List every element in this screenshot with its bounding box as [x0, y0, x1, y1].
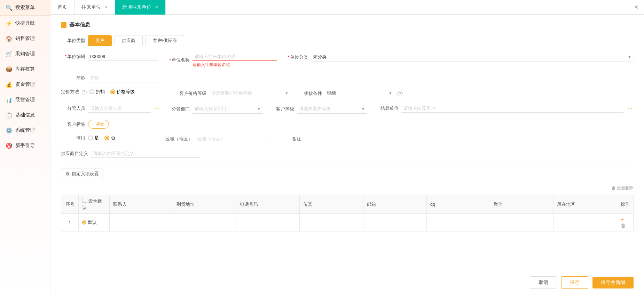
pricing-radio-group: 折扣 价格等级	[89, 89, 135, 95]
settlement-unit-input[interactable]	[401, 104, 623, 113]
sidebar-item-inventory[interactable]: 📦 库存核算	[0, 62, 50, 77]
custom-settings-button[interactable]: ⚙ 自定义项设置	[61, 169, 103, 179]
unit-code-label: *单位编码	[61, 54, 85, 60]
sidebar-item-operations[interactable]: 📊 经营管理	[0, 92, 50, 107]
row-email[interactable]	[363, 214, 426, 231]
required-star-cat: *	[288, 55, 289, 60]
supplier-custom-row: 供应商自定义	[61, 149, 634, 158]
unit-code-input[interactable]	[88, 52, 158, 61]
tab-new-trading-unit-close[interactable]: ✕	[155, 5, 158, 10]
cancel-button[interactable]: 取消	[530, 276, 557, 289]
box-icon: 📦	[6, 66, 13, 73]
payment-help-icon[interactable]: ?	[397, 91, 403, 96]
price-level-radio-dot	[111, 91, 114, 93]
region-input[interactable]	[195, 135, 260, 143]
unit-name-input[interactable]	[193, 52, 277, 61]
customer-price-arrow: ▼	[285, 91, 289, 95]
row-fax[interactable]	[300, 214, 363, 231]
customer-level-select[interactable]: 请选择客户等级 ▼	[297, 104, 367, 114]
dept-field: 分管部门 请输入分管部门 ▼	[165, 104, 263, 114]
payment-terms-arrow: ▼	[388, 91, 392, 95]
manager-input[interactable]	[88, 104, 151, 113]
dept-placeholder: 请输入分管部门	[195, 106, 257, 112]
qq-input[interactable]	[430, 220, 486, 225]
remark-input[interactable]	[304, 135, 634, 143]
save-button[interactable]: 保存	[561, 276, 588, 289]
row-default-radio[interactable]	[82, 220, 86, 225]
tab-trading-units[interactable]: 往来单位 ✕	[74, 0, 115, 15]
email-input[interactable]	[367, 220, 423, 225]
row-region[interactable]	[553, 214, 617, 231]
sidebar-item-label: 快捷导航	[15, 20, 35, 26]
add-row-button[interactable]: +	[621, 217, 624, 223]
delete-row-button[interactable]: 🗑	[621, 223, 626, 228]
row-phone[interactable]	[236, 214, 300, 231]
batch-delete-button[interactable]: 🗑 批量删除	[612, 185, 634, 191]
sidebar-item-basic-info[interactable]: 📋 基础信息	[0, 107, 50, 123]
sidebar-item-finance[interactable]: 💰 资金管理	[0, 77, 50, 92]
col-contact: 联系人	[109, 195, 173, 214]
unit-category-select[interactable]: 未分类 ▼	[311, 52, 634, 62]
unit-name-field: *单位名称 请输入往来单位名称	[165, 52, 277, 68]
customer-price-select[interactable]: 请选择客户价格等级 ▼	[209, 89, 291, 98]
short-name-input[interactable]	[88, 74, 158, 82]
payment-terms-select[interactable]: 现结 ▼	[325, 89, 394, 98]
row-wechat[interactable]	[490, 214, 553, 231]
customer-price-field: 客户价格等级 请选择客户价格等级 ▼	[179, 89, 291, 98]
table-header-checkbox[interactable]	[82, 198, 87, 203]
tag-label: 客户标签	[61, 121, 85, 128]
type-btn-customer[interactable]: 客户	[88, 35, 112, 46]
tab-new-trading-unit[interactable]: 新增往来单位 ✕	[115, 0, 166, 15]
customer-level-placeholder: 请选择客户等级	[299, 106, 361, 112]
wechat-input[interactable]	[494, 220, 550, 225]
sidebar-item-search[interactable]: 🔍 搜索菜单	[0, 0, 50, 16]
dept-select[interactable]: 请输入分管部门 ▼	[193, 104, 263, 114]
category-dropdown-arrow: ▼	[628, 55, 631, 59]
disabled-yes-option[interactable]: 是	[88, 135, 99, 141]
address-input[interactable]	[176, 220, 233, 225]
list-icon: 📋	[6, 112, 13, 119]
phone-input[interactable]	[240, 220, 296, 225]
tab-home[interactable]: 首页	[50, 0, 74, 15]
row-contact[interactable]	[109, 214, 173, 231]
window-close-button[interactable]: ✕	[628, 4, 644, 10]
sidebar-item-quick-nav[interactable]: ⚡ 快捷导航	[0, 16, 50, 31]
row-qq[interactable]	[426, 214, 490, 231]
unit-type-buttons: 客户 供应商 客户/供应商	[88, 35, 184, 46]
type-btn-both[interactable]: 客户/供应商	[146, 35, 184, 46]
row-region-input[interactable]	[557, 220, 613, 225]
contact-input[interactable]	[113, 220, 169, 225]
disabled-no-option[interactable]: 否	[104, 135, 115, 141]
sidebar-item-sales[interactable]: 🏠 销售管理	[0, 31, 50, 46]
col-phone: 电话号码	[236, 195, 300, 214]
supplier-custom-input[interactable]	[91, 149, 200, 158]
sidebar-item-guide[interactable]: 🎯 新手引导	[0, 138, 50, 153]
contacts-table: 序号 设为默认 联系人 到货地址 电话号码 传真 邮箱 qq 微信 所在地区 操…	[61, 195, 634, 231]
price-level-radio-circle	[110, 89, 115, 94]
manager-more-btn[interactable]: ···	[154, 105, 161, 112]
sidebar-item-label: 资金管理	[15, 81, 35, 88]
col-fax: 传真	[300, 195, 363, 214]
tab-trading-units-close[interactable]: ✕	[104, 5, 108, 10]
sidebar-item-purchase[interactable]: 🛒 采购管理	[0, 46, 50, 62]
pricing-discount-option[interactable]: 折扣	[89, 89, 105, 95]
col-region: 所在地区	[553, 195, 617, 214]
row-default-label: 默认	[88, 219, 97, 226]
fax-input[interactable]	[303, 220, 359, 225]
tag-field: 客户标签 + 标签	[61, 120, 634, 129]
region-more-btn[interactable]: ···	[262, 136, 270, 142]
search-icon: 🔍	[6, 4, 13, 11]
save-add-button[interactable]: 保存并新增	[592, 277, 634, 288]
pricing-help-icon[interactable]: ?	[82, 90, 87, 95]
type-btn-supplier[interactable]: 供应商	[115, 35, 143, 46]
required-star: *	[65, 54, 66, 59]
row-address[interactable]	[173, 214, 236, 231]
yes-radio-circle	[88, 136, 93, 140]
sidebar-item-label: 库存核算	[15, 66, 35, 72]
pricing-price-level-option[interactable]: 价格等级	[110, 89, 135, 95]
manager-label: 分管人员	[61, 105, 85, 112]
tag-add-button[interactable]: + 标签	[88, 120, 109, 129]
settlement-more-btn[interactable]: ···	[626, 105, 634, 112]
sidebar-item-system[interactable]: ⚙️ 系统管理	[0, 123, 50, 138]
sidebar-item-label: 系统管理	[15, 127, 35, 133]
